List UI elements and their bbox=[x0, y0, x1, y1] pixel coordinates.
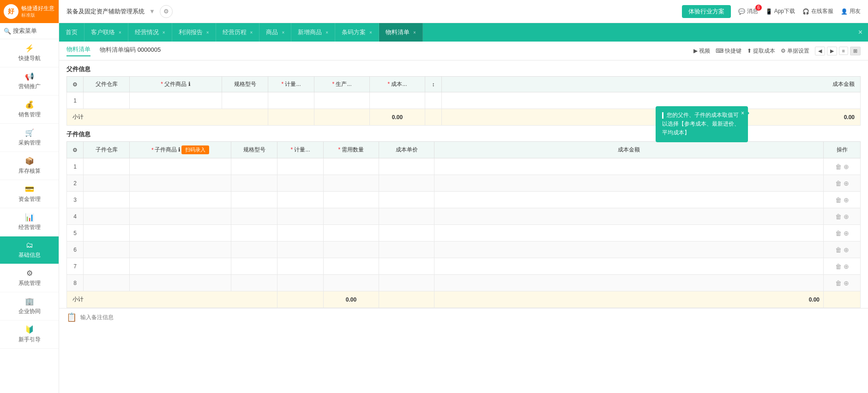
copy-button[interactable]: ⊕ bbox=[844, 196, 849, 204]
tab-profit[interactable]: 利润报告× bbox=[172, 23, 216, 42]
close-add-goods-tab[interactable]: × bbox=[326, 30, 328, 35]
next-button[interactable]: ▶ bbox=[827, 47, 837, 55]
parent-col-cost: * 成本... bbox=[370, 77, 425, 92]
delete-button[interactable]: 🗑 bbox=[835, 196, 842, 204]
child-r1-goods[interactable] bbox=[130, 158, 231, 175]
sidebar-item-guide[interactable]: 🔰 新手引导 bbox=[0, 320, 59, 349]
scan-button[interactable]: 扫码录入 bbox=[181, 145, 209, 154]
sub-header: 物料清单 物料清单编码 0000005 ▶ 视频 ⌨ 快捷键 ⬆ 提取成本 ⚙ … bbox=[59, 42, 868, 60]
sub-tab-bom-code[interactable]: 物料清单编码 0000005 bbox=[100, 46, 161, 56]
copy-button[interactable]: ⊕ bbox=[844, 163, 849, 170]
copy-button[interactable]: ⊕ bbox=[844, 213, 849, 220]
dropdown-arrow[interactable]: ▼ bbox=[149, 8, 155, 15]
extract-cost-button[interactable]: ⬆ 提取成本 bbox=[747, 47, 775, 55]
parent-row-cost[interactable] bbox=[370, 92, 425, 109]
logo-icon: 好 bbox=[4, 4, 18, 19]
shortcut-button[interactable]: ⌨ 快捷键 bbox=[716, 47, 741, 55]
table-row: 4 🗑⊕ bbox=[67, 208, 861, 225]
close-op-status-tab[interactable]: × bbox=[163, 30, 165, 35]
sidebar-item-label: 快捷导航 bbox=[18, 54, 41, 62]
copy-button[interactable]: ⊕ bbox=[844, 263, 849, 270]
parent-row-unit[interactable] bbox=[268, 92, 314, 109]
close-all-tabs[interactable]: × bbox=[853, 28, 868, 36]
table-row: 2 🗑⊕ bbox=[67, 175, 861, 192]
sub-header-nav: ◀ ▶ ≡ ⊞ bbox=[815, 47, 861, 55]
tab-op-history[interactable]: 经营历程× bbox=[216, 23, 260, 42]
app-download-group[interactable]: 📱 App下载 bbox=[766, 7, 795, 15]
parent-row-num: 1 bbox=[67, 92, 84, 109]
remark-input[interactable] bbox=[80, 314, 861, 320]
child-r1-action: 🗑⊕ bbox=[824, 158, 861, 175]
single-settings-button[interactable]: ⚙ 单据设置 bbox=[781, 47, 809, 55]
trial-button[interactable]: 体验行业方案 bbox=[682, 5, 731, 18]
tooltip-close-button[interactable]: × bbox=[741, 109, 744, 118]
copy-button[interactable]: ⊕ bbox=[844, 180, 849, 187]
tab-add-goods[interactable]: 新增商品× bbox=[291, 23, 335, 42]
sidebar-item-basic-info[interactable]: 🗂 基础信息 bbox=[0, 236, 59, 264]
prev-button[interactable]: ◀ bbox=[815, 47, 825, 55]
sidebar-item-purchase[interactable]: 🛒 采购管理 bbox=[0, 124, 59, 152]
table-row: 3 🗑⊕ bbox=[67, 192, 861, 208]
close-goods-tab[interactable]: × bbox=[282, 30, 284, 35]
table-row: 6 🗑⊕ bbox=[67, 242, 861, 258]
child-subtotal-row: 小计 0.00 0.00 bbox=[67, 291, 861, 308]
sidebar-item-finance[interactable]: 💳 资金管理 bbox=[0, 180, 59, 208]
video-button[interactable]: ▶ 视频 bbox=[693, 47, 710, 55]
sidebar-item-marketing[interactable]: 📢 营销推广 bbox=[0, 67, 59, 96]
parent-row-spec[interactable] bbox=[222, 92, 268, 109]
parent-row-warehouse[interactable] bbox=[84, 92, 130, 109]
child-r1-unit-price[interactable] bbox=[379, 158, 434, 175]
delete-button[interactable]: 🗑 bbox=[835, 230, 842, 237]
sidebar-item-inventory[interactable]: 📦 库存核算 bbox=[0, 152, 59, 180]
online-service-group[interactable]: 🎧 在线客服 bbox=[802, 7, 833, 15]
parent-subtotal-sort bbox=[425, 109, 442, 126]
enterprise-icon: 🏢 bbox=[25, 297, 34, 306]
tab-goods[interactable]: 商品× bbox=[259, 23, 291, 42]
parent-col-gear[interactable]: ⚙ bbox=[67, 77, 84, 92]
sidebar-item-system[interactable]: ⚙ 系统管理 bbox=[0, 264, 59, 292]
copy-button[interactable]: ⊕ bbox=[844, 279, 849, 287]
sidebar-search[interactable]: 🔍 搜索菜单 bbox=[0, 23, 59, 39]
header-left: 装备及固定资产辅助管理系统 ▼ ⚙ bbox=[66, 5, 173, 18]
child-r1-warehouse[interactable] bbox=[84, 158, 130, 175]
parent-row-production[interactable] bbox=[314, 92, 370, 109]
sidebar-item-quick-nav[interactable]: ⚡ 快捷导航 bbox=[0, 39, 59, 67]
expand-button[interactable]: ⊞ bbox=[850, 47, 861, 55]
tab-operation-status[interactable]: 经营情况× bbox=[128, 23, 172, 42]
copy-button[interactable]: ⊕ bbox=[844, 246, 849, 254]
delete-button[interactable]: 🗑 bbox=[835, 213, 842, 220]
sidebar-item-enterprise[interactable]: 🏢 企业协同 bbox=[0, 292, 59, 320]
close-profit-tab[interactable]: × bbox=[206, 30, 209, 35]
close-customer-tab[interactable]: × bbox=[119, 30, 121, 35]
message-group[interactable]: 💬 消息 6 bbox=[738, 7, 758, 15]
tab-bom[interactable]: 物料清单× bbox=[379, 23, 423, 42]
delete-button[interactable]: 🗑 bbox=[835, 263, 842, 270]
delete-button[interactable]: 🗑 bbox=[835, 163, 842, 170]
parent-row-goods[interactable] bbox=[130, 92, 222, 109]
tab-home[interactable]: 首页 bbox=[59, 23, 84, 42]
sidebar-item-operation[interactable]: 📊 经营管理 bbox=[0, 208, 59, 236]
close-barcode-tab[interactable]: × bbox=[369, 30, 372, 35]
tab-customer[interactable]: 客户联络× bbox=[84, 23, 128, 42]
child-r1-unit[interactable] bbox=[277, 158, 324, 175]
tab-barcode[interactable]: 条码方案× bbox=[335, 23, 379, 42]
delete-button[interactable]: 🗑 bbox=[835, 246, 842, 254]
sidebar-item-label: 营销推广 bbox=[18, 83, 41, 91]
bill-code: 0000005 bbox=[138, 46, 161, 53]
child-r1-spec[interactable] bbox=[231, 158, 277, 175]
user-group[interactable]: 👤 用友 bbox=[841, 7, 861, 15]
close-bom-tab[interactable]: × bbox=[413, 30, 416, 35]
parent-col-production: * 生产... bbox=[314, 77, 370, 92]
copy-button[interactable]: ⊕ bbox=[844, 230, 849, 237]
child-subtotal-cost-amount: 0.00 bbox=[434, 291, 824, 308]
delete-button[interactable]: 🗑 bbox=[835, 279, 842, 287]
close-op-history-tab[interactable]: × bbox=[250, 30, 253, 35]
child-r1-qty[interactable] bbox=[324, 158, 379, 175]
child-col-gear[interactable]: ⚙ bbox=[67, 142, 84, 158]
delete-button[interactable]: 🗑 bbox=[835, 180, 842, 187]
list-view-button[interactable]: ≡ bbox=[839, 47, 848, 55]
sidebar-item-sales[interactable]: 💰 销售管理 bbox=[0, 96, 59, 124]
sub-tab-bom-list[interactable]: 物料清单 bbox=[66, 45, 90, 56]
settings-gear-button[interactable]: ⚙ bbox=[160, 5, 173, 18]
child-subtotal-qty: 0.00 bbox=[324, 291, 379, 308]
